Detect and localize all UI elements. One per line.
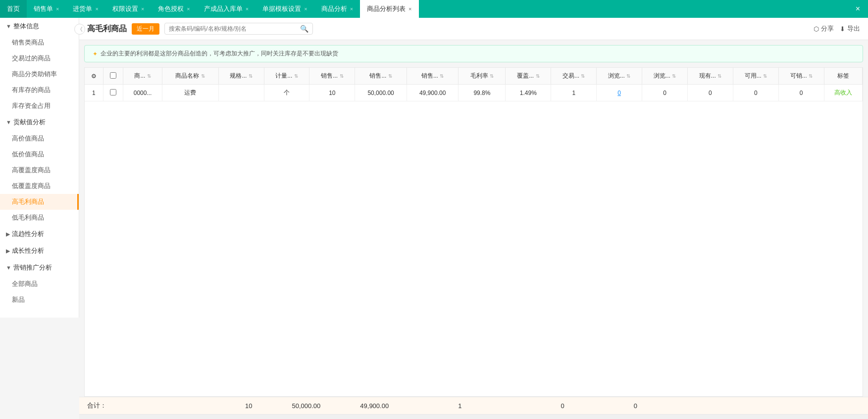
close-icon[interactable]: × (408, 6, 411, 12)
footer-available-stock: 0 (634, 402, 637, 410)
data-table-container[interactable]: ⚙ 商... ⇅ 商品名称 ⇅ 规格... ⇅ 计量... ⇅ 销售... ⇅ … (84, 67, 863, 397)
nav-product-analysis-list[interactable]: 商品分析列表 × (360, 0, 418, 18)
cell-unit: 个 (264, 85, 309, 101)
sidebar-group-trend[interactable]: ▶ 流趋性分析 (0, 226, 79, 242)
close-icon[interactable]: × (350, 6, 353, 12)
arrow-down-icon: ▼ (6, 23, 11, 29)
sort-icon[interactable]: ⇅ (536, 73, 540, 79)
table-header-row: ⚙ 商... ⇅ 商品名称 ⇅ 规格... ⇅ 计量... ⇅ 销售... ⇅ … (85, 68, 863, 85)
col-sellable-stock[interactable]: 可销... ⇅ (778, 68, 824, 85)
col-checkbox[interactable] (103, 68, 123, 85)
filter-recent-month-button[interactable]: 近一月 (132, 23, 159, 35)
sidebar-item-high-value[interactable]: 高价值商品 (0, 131, 79, 146)
cell-coverage: 1.49% (506, 85, 551, 101)
sort-icon[interactable]: ⇅ (763, 73, 767, 79)
col-sales-amount[interactable]: 销售... ⇅ (355, 68, 407, 85)
main-layout: ▼ 整体信息 销售类商品 交易过的商品 商品分类助销率 有库存的商品 库存资金占… (0, 18, 868, 419)
arrow-right-icon: ▶ (6, 231, 10, 237)
close-icon[interactable]: × (304, 6, 307, 12)
close-icon[interactable]: × (95, 6, 98, 12)
sort-icon[interactable]: ⇅ (581, 73, 585, 79)
sidebar-item-stock-capital[interactable]: 库存资金占用 (0, 98, 79, 114)
search-box: 🔍 (164, 23, 313, 35)
sidebar: ▼ 整体信息 销售类商品 交易过的商品 商品分类助销率 有库存的商品 库存资金占… (0, 18, 79, 318)
sort-icon[interactable]: ⇅ (388, 73, 392, 79)
col-coverage[interactable]: 覆盖... ⇅ (506, 68, 551, 85)
sidebar-item-in-stock-goods[interactable]: 有库存的商品 (0, 82, 79, 98)
sidebar-group-growth[interactable]: ▶ 成长性分析 (0, 242, 79, 259)
sidebar-group-contribution[interactable]: ▼ 贡献值分析 (0, 114, 79, 131)
cell-sales-amount: 50,000.00 (355, 85, 407, 101)
sort-icon[interactable]: ⇅ (809, 73, 813, 79)
close-icon[interactable]: × (56, 6, 59, 12)
sort-icon[interactable]: ⇅ (249, 73, 253, 79)
sidebar-item-traded-goods[interactable]: 交易过的商品 (0, 50, 79, 66)
close-icon[interactable]: × (187, 6, 190, 12)
tag-badge: 高收入 (834, 89, 852, 96)
nav-role-auth[interactable]: 角色授权 × (151, 0, 197, 18)
sort-icon[interactable]: ⇅ (717, 73, 721, 79)
horizontal-scrollbar[interactable] (79, 414, 868, 419)
nav-purchase-order[interactable]: 进货单 × (66, 0, 105, 18)
col-sales-qty[interactable]: 销售... ⇅ (309, 68, 355, 85)
nav-template-settings[interactable]: 单据模板设置 × (255, 0, 314, 18)
close-icon[interactable]: × (246, 6, 249, 12)
sort-icon[interactable]: ⇅ (147, 73, 151, 79)
col-current-stock[interactable]: 现有... ⇅ (687, 68, 733, 85)
col-view2[interactable]: 浏览... ⇅ (642, 68, 688, 85)
col-tag[interactable]: 标签 (824, 68, 862, 85)
col-gross-margin[interactable]: 毛利率 ⇅ (459, 68, 506, 85)
nav-product-analysis[interactable]: 商品分析 × (314, 0, 360, 18)
sidebar-group-marketing[interactable]: ▼ 营销推广分析 (0, 259, 79, 276)
search-input[interactable] (169, 25, 300, 32)
sort-icon[interactable]: ⇅ (672, 73, 676, 79)
sidebar-item-sales-goods[interactable]: 销售类商品 (0, 35, 79, 50)
select-all-checkbox[interactable] (110, 72, 116, 79)
sidebar-item-low-value[interactable]: 低价值商品 (0, 146, 79, 162)
view1-link[interactable]: 0 (617, 90, 621, 96)
sidebar-group-overall[interactable]: ▼ 整体信息 (0, 18, 79, 35)
col-available-stock[interactable]: 可用... ⇅ (733, 68, 778, 85)
sidebar-item-category-rate[interactable]: 商品分类助销率 (0, 66, 79, 82)
sidebar-item-low-coverage[interactable]: 低覆盖度商品 (0, 178, 79, 194)
export-button[interactable]: ⬇ 导出 (840, 24, 860, 33)
nav-permission-settings[interactable]: 权限设置 × (105, 0, 151, 18)
close-icon[interactable]: × (141, 6, 144, 12)
share-button[interactable]: ⬡ 分享 (814, 24, 834, 33)
cell-index: 1 (85, 85, 103, 101)
col-transaction[interactable]: 交易... ⇅ (551, 68, 597, 85)
cell-name: 运费 (162, 85, 218, 101)
nav-product-inbound[interactable]: 产成品入库单 × (197, 0, 255, 18)
sidebar-item-new-goods[interactable]: 新品 (0, 292, 79, 308)
footer-totals: 10 50,000.00 49,900.00 1 0 0 (126, 402, 637, 410)
sidebar-item-all-goods[interactable]: 全部商品 (0, 276, 79, 292)
search-icon[interactable]: 🔍 (300, 25, 308, 33)
sort-icon[interactable]: ⇅ (340, 73, 344, 79)
arrow-right-icon: ▶ (6, 248, 10, 254)
col-spec[interactable]: 规格... ⇅ (218, 68, 264, 85)
sidebar-item-low-margin[interactable]: 低毛利商品 (0, 210, 79, 226)
sort-icon[interactable]: ⇅ (490, 73, 494, 79)
nav-sales-order[interactable]: 销售单 × (27, 0, 66, 18)
cell-view1[interactable]: 0 (597, 85, 642, 101)
sidebar-collapse-button[interactable]: 《 (74, 24, 85, 35)
col-name[interactable]: 商品名称 ⇅ (162, 68, 218, 85)
cell-checkbox[interactable] (103, 85, 123, 101)
row-checkbox[interactable] (110, 89, 116, 95)
col-settings[interactable]: ⚙ (85, 68, 103, 85)
sidebar-item-high-coverage[interactable]: 高覆盖度商品 (0, 162, 79, 178)
col-code[interactable]: 商... ⇅ (123, 68, 162, 85)
col-view1[interactable]: 浏览... ⇅ (597, 68, 642, 85)
sort-icon[interactable]: ⇅ (294, 73, 298, 79)
col-sales-cost[interactable]: 销售... ⇅ (407, 68, 459, 85)
sort-icon[interactable]: ⇅ (440, 73, 444, 79)
col-unit[interactable]: 计量... ⇅ (264, 68, 309, 85)
nav-home[interactable]: 首页 (0, 0, 27, 18)
sidebar-item-high-margin[interactable]: 高毛利商品 (0, 194, 79, 210)
arrow-down-icon: ▼ (6, 265, 11, 271)
sort-icon[interactable]: ⇅ (626, 73, 630, 79)
info-banner: ✦ 企业的主要的利润都是这部分商品创造的，可考虑加大推广，同时关注库存是不要出现… (84, 45, 863, 62)
sort-icon[interactable]: ⇅ (201, 73, 205, 79)
cell-spec (218, 85, 264, 101)
close-all-button[interactable]: × (848, 0, 868, 18)
